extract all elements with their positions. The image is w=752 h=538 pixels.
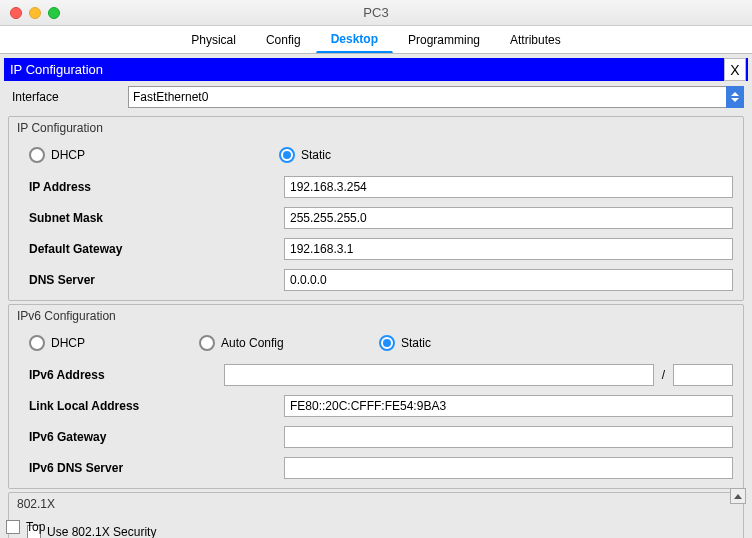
tab-bar: Physical Config Desktop Programming Attr… [0, 26, 752, 54]
top-checkbox[interactable] [6, 520, 20, 534]
ipv6-static-radio[interactable] [379, 335, 395, 351]
ipv6-address-label: IPv6 Address [29, 368, 224, 382]
close-window-icon[interactable] [10, 7, 22, 19]
title-bar: PC3 [0, 0, 752, 26]
ipv6-static-label: Static [401, 336, 431, 350]
interface-select[interactable]: FastEthernet0 [128, 86, 744, 108]
ip-static-radio[interactable] [279, 147, 295, 163]
tab-programming[interactable]: Programming [393, 26, 495, 53]
dot1x-use-row: Use 802.1X Security [9, 519, 743, 538]
default-gateway-input[interactable] [284, 238, 733, 260]
ip-dhcp-radio[interactable] [29, 147, 45, 163]
ipv6-dns-input[interactable] [284, 457, 733, 479]
ip-dhcp-label: DHCP [51, 148, 85, 162]
ipv6-mode-row: DHCP Auto Config Static [9, 331, 743, 361]
ipv6-prefix-separator: / [654, 368, 673, 382]
ip-config-title: IP Configuration [9, 117, 743, 143]
subnet-mask-label: Subnet Mask [29, 211, 284, 225]
top-checkbox-label: Top [26, 520, 45, 534]
panel-close-button[interactable]: X [724, 58, 746, 81]
dns-server-label: DNS Server [29, 273, 284, 287]
link-local-label: Link Local Address [29, 399, 284, 413]
ipv6-prefix-input[interactable] [673, 364, 733, 386]
dot1x-group: 802.1X Use 802.1X Security Authenticatio… [8, 492, 744, 538]
dot1x-title: 802.1X [9, 493, 743, 519]
ipv6-dhcp-label: DHCP [51, 336, 85, 350]
ipv6-auto-radio[interactable] [199, 335, 215, 351]
tab-config[interactable]: Config [251, 26, 316, 53]
window-title: PC3 [363, 5, 388, 20]
minimize-window-icon[interactable] [29, 7, 41, 19]
ipv6-config-group: IPv6 Configuration DHCP Auto Config Stat… [8, 304, 744, 489]
scroll-up-icon[interactable] [730, 488, 746, 504]
ip-address-label: IP Address [29, 180, 284, 194]
tab-attributes[interactable]: Attributes [495, 26, 576, 53]
top-checkbox-row: Top [6, 520, 45, 534]
interface-label: Interface [8, 90, 128, 104]
ipv6-address-input[interactable] [224, 364, 654, 386]
tab-desktop[interactable]: Desktop [316, 25, 393, 53]
interface-row: Interface FastEthernet0 [4, 81, 748, 113]
tab-physical[interactable]: Physical [176, 26, 251, 53]
ipv6-dns-label: IPv6 DNS Server [29, 461, 284, 475]
interface-select-wrap[interactable]: FastEthernet0 [128, 86, 744, 108]
subnet-mask-input[interactable] [284, 207, 733, 229]
panel-title: IP Configuration [10, 62, 103, 77]
panel-header: IP Configuration X [4, 58, 748, 81]
window-controls [0, 7, 60, 19]
link-local-input[interactable] [284, 395, 733, 417]
ipv6-config-title: IPv6 Configuration [9, 305, 743, 331]
ipv6-gateway-label: IPv6 Gateway [29, 430, 284, 444]
dot1x-use-label: Use 802.1X Security [47, 525, 156, 538]
ipv6-gateway-input[interactable] [284, 426, 733, 448]
ipv6-dhcp-radio[interactable] [29, 335, 45, 351]
default-gateway-label: Default Gateway [29, 242, 284, 256]
content-area: IP Configuration X Interface FastEtherne… [0, 54, 752, 538]
ip-config-group: IP Configuration DHCP Static IP Address … [8, 116, 744, 301]
ip-static-label: Static [301, 148, 331, 162]
maximize-window-icon[interactable] [48, 7, 60, 19]
ip-address-input[interactable] [284, 176, 733, 198]
dns-server-input[interactable] [284, 269, 733, 291]
ip-mode-row: DHCP Static [9, 143, 743, 173]
ipv6-auto-label: Auto Config [221, 336, 284, 350]
